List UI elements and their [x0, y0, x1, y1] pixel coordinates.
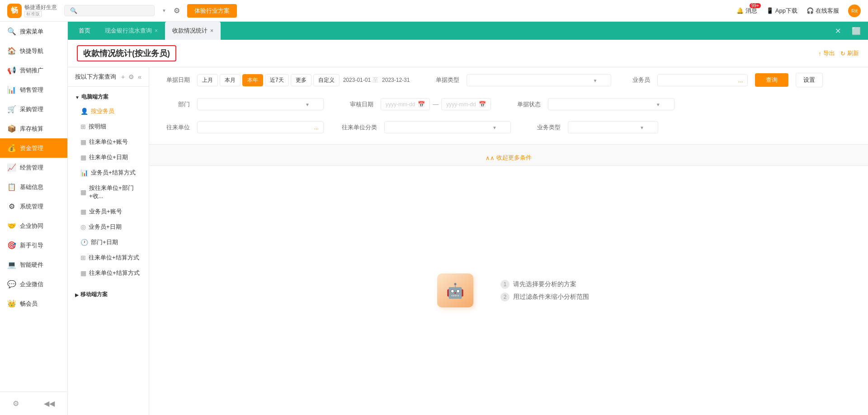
scheme-mobile-section: 移动端方案 — [68, 284, 149, 305]
business-type-select[interactable] — [568, 121, 658, 133]
sidebar-item-quicknav[interactable]: 🏠 快捷导航 — [0, 41, 67, 61]
finance-icon: 💰 — [7, 144, 16, 152]
page-header: 收款情况统计(按业务员) ↑ 导出 ↻ 刷新 — [68, 40, 868, 67]
salesperson-input[interactable]: ... — [657, 74, 748, 86]
query-button[interactable]: 查询 — [755, 73, 788, 87]
scheme-collapse-btn[interactable]: « — [138, 73, 142, 80]
scheme-item-detail[interactable]: ⊞ 按明细 — [68, 119, 149, 134]
scheme-mobile-title[interactable]: 移动端方案 — [68, 288, 149, 301]
dept-select[interactable] — [197, 98, 324, 110]
settings-button[interactable]: 设置 — [796, 73, 823, 87]
salesperson-more-btn[interactable]: ... — [738, 77, 743, 84]
nav-dropdown[interactable]: ▼ — [162, 8, 166, 13]
content-area: 首页 现金银行流水查询 × 收款情况统计 × ✕ ⬜ 收款情况统计(按业务员) … — [68, 22, 868, 415]
business-type-label: 业务类型 — [529, 123, 561, 132]
export-btn[interactable]: ↑ 导出 — [819, 49, 835, 57]
partner-category-select[interactable] — [384, 121, 511, 133]
scheme-item-sales-settle[interactable]: 📊 业务员+结算方式 — [68, 165, 149, 180]
sidebar-inventory-label: 库存核算 — [20, 125, 43, 133]
scheme-item-sales-date[interactable]: ◎ 业务员+日期 — [68, 219, 149, 235]
mobile-section-label: 移动端方案 — [80, 291, 108, 298]
trial-button[interactable]: 体验行业方案 — [187, 4, 237, 18]
tab-home[interactable]: 首页 — [71, 22, 98, 40]
settings-bottom-icon[interactable]: ⚙ — [9, 396, 23, 411]
date-btn-custom[interactable]: 自定义 — [313, 74, 340, 86]
tab-collection-stat[interactable]: 收款情况统计 × — [165, 22, 221, 40]
messages-btn[interactable]: 🔔 消息 99+ — [736, 7, 757, 15]
sidebar-item-wechat[interactable]: 💬 企业微信 — [0, 274, 67, 294]
tab-collection-stat-close[interactable]: × — [210, 28, 213, 34]
review-date-from-input[interactable]: yyyy-mm-dd 📅 — [381, 98, 430, 110]
date-btn-this-year[interactable]: 本年 — [242, 74, 263, 86]
mobile-icon: 📱 — [766, 7, 774, 14]
tab-bank-flow[interactable]: 现金银行流水查询 × — [98, 22, 165, 40]
purchase-icon: 🛒 — [7, 105, 16, 113]
settings-icon[interactable]: ⚙ — [174, 6, 180, 15]
page-actions: ↑ 导出 ↻ 刷新 — [819, 49, 859, 57]
sidebar-item-marketing[interactable]: 📢 营销推广 — [0, 61, 67, 80]
export-icon: ↑ — [819, 50, 822, 57]
scheme-add-btn[interactable]: + — [121, 73, 125, 80]
voucher-type-select[interactable] — [467, 74, 611, 86]
sidebar-item-basic[interactable]: 📋 基础信息 — [0, 177, 67, 197]
scheme-item-salesperson[interactable]: 👤 按业务员 — [68, 104, 149, 119]
partner-input[interactable]: ... — [197, 121, 324, 133]
sidebar-item-finance[interactable]: 💰 资金管理 — [0, 138, 67, 158]
scheme-salesperson-label: 按业务员 — [91, 107, 114, 115]
scheme-item-partner-settle1[interactable]: ⊞ 往来单位+结算方式 — [68, 250, 149, 265]
date-btn-7days[interactable]: 近7天 — [265, 74, 289, 86]
scheme-item-dept-date[interactable]: 🕐 部门+日期 — [68, 235, 149, 250]
sidebar-bottom: ⚙ ◀◀ — [0, 391, 67, 415]
guide-icon: 🎯 — [7, 241, 16, 250]
sales-settle-icon: 📊 — [80, 169, 88, 176]
sidebar-item-search[interactable]: 🔍 搜索菜单 — [0, 22, 67, 41]
partner-filter-label: 往来单位 — [158, 123, 190, 132]
scheme-desktop-section: 电脑端方案 👤 按业务员 ⊞ 按明细 ▦ 往来单位+账号 — [68, 87, 149, 284]
collapse-sidebar-btn[interactable]: ◀◀ — [40, 396, 58, 411]
review-date-to-placeholder: yyyy-mm-dd — [446, 101, 476, 108]
filter-section: 单据日期 上月 本月 本年 近7天 更多 自定义 2023-01-01 至 20… — [149, 67, 868, 166]
online-service-label: 在线客服 — [816, 7, 839, 15]
voucher-status-select[interactable] — [548, 98, 675, 110]
partner-more-btn[interactable]: ... — [314, 124, 319, 131]
sidebar-item-sales[interactable]: 📊 销售管理 — [0, 80, 67, 99]
review-date-to-input[interactable]: yyyy-mm-dd 📅 — [441, 98, 491, 110]
sidebar-item-hardware[interactable]: 💻 智能硬件 — [0, 255, 67, 274]
date-btn-this-month[interactable]: 本月 — [220, 74, 241, 86]
sidebar-item-collab[interactable]: 🤝 企业协同 — [0, 216, 67, 236]
date-btn-last-month[interactable]: 上月 — [197, 74, 218, 86]
date-btn-more[interactable]: 更多 — [291, 74, 311, 86]
user-avatar[interactable]: Rit — [848, 5, 861, 17]
sidebar-item-inventory[interactable]: 📦 库存核算 — [0, 119, 67, 138]
online-service-btn[interactable]: 🎧 在线客服 — [807, 7, 839, 15]
sidebar-purchase-label: 采购管理 — [20, 105, 43, 113]
date-filter-label: 单据日期 — [158, 76, 190, 84]
business-type-chevron — [638, 124, 644, 131]
scheme-desktop-title[interactable]: 电脑端方案 — [68, 90, 149, 104]
app-download-btn[interactable]: 📱 App下载 — [766, 7, 797, 15]
scheme-item-sales-account[interactable]: ▦ 业务员+账号 — [68, 204, 149, 219]
dept-date-icon: 🕐 — [80, 239, 88, 246]
sidebar-item-guide[interactable]: 🎯 新手引导 — [0, 236, 67, 255]
hint-text-1: 请先选择要分析的方案 — [513, 280, 576, 288]
scheme-item-partner-account[interactable]: ▦ 往来单位+账号 — [68, 134, 149, 150]
refresh-btn[interactable]: ↻ 刷新 — [840, 49, 859, 57]
scheme-settings-btn[interactable]: ⚙ — [128, 73, 134, 80]
window-close-btn[interactable]: ✕ — [831, 25, 844, 37]
sidebar-item-operation[interactable]: 📈 经营管理 — [0, 158, 67, 177]
scheme-item-partner-settle2[interactable]: ▦ 往来单位+结算方式 — [68, 265, 149, 281]
tab-bank-flow-close[interactable]: × — [155, 28, 158, 34]
salesperson-scheme-icon: 👤 — [80, 108, 88, 115]
window-max-btn[interactable]: ⬜ — [848, 25, 864, 37]
sidebar-item-system[interactable]: ⚙ 系统管理 — [0, 197, 67, 216]
scheme-panel-actions: + ⚙ « — [121, 73, 142, 80]
review-date-group: yyyy-mm-dd 📅 — yyyy-mm-dd 📅 — [381, 98, 491, 110]
headset-icon: 🎧 — [807, 7, 814, 14]
collapse-more-btn[interactable]: ∧∧ 收起更多条件 — [486, 154, 532, 162]
sidebar-item-purchase[interactable]: 🛒 采购管理 — [0, 99, 67, 119]
scheme-item-partner-dept[interactable]: ▦ 按往来单位+部门+收... — [68, 180, 149, 204]
sidebar-item-vip[interactable]: 👑 畅会员 — [0, 294, 67, 313]
scheme-item-partner-date[interactable]: ▦ 往来单位+日期 — [68, 150, 149, 165]
main-content: 按以下方案查询 + ⚙ « 电脑端方案 👤 按业务员 — [68, 67, 868, 415]
calendar-icon-from: 📅 — [418, 101, 425, 108]
